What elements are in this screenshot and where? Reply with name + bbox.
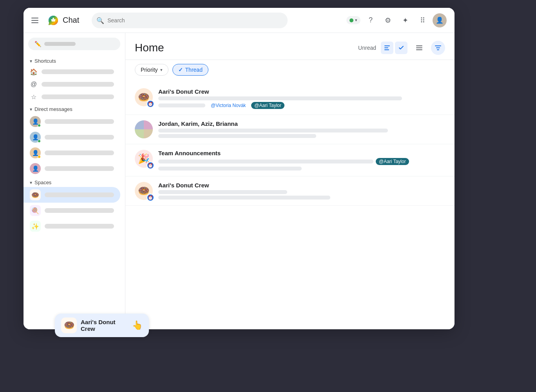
top-bar: Chat 🔍 ▾ ? ⚙ ✦ ⠿ 👤 [24,8,455,33]
compose-icon: ✏️ [34,41,41,47]
spark-button[interactable]: ✦ [398,13,412,27]
dm-label: Direct messages [34,106,72,112]
thread-reply-bar-3 [158,167,302,171]
sidebar-item-home[interactable]: 🏠 [24,65,120,78]
thread-top-mention-row-3: @Aari Taylor [158,158,445,165]
thread-reply-bar-2 [158,134,316,138]
hover-card[interactable]: 🍩 Aari's Donut Crew 👆 [55,314,149,337]
dm-status-3 [38,155,41,158]
thread-content-bar-4 [158,190,287,194]
thread-avatar-wrap-3: 🎉 ⏰ [135,150,153,168]
thread-filter-chip[interactable]: ✓ Thread [172,64,208,76]
filter-button[interactable] [431,41,445,55]
thread-name-2: Jordan, Karim, Aziz, Brianna [158,120,445,127]
menu-icon[interactable] [31,16,41,25]
svg-rect-1 [384,45,390,46]
filter-bar: Priority ▾ ✓ Thread [125,60,455,80]
table-row[interactable]: 🍩 ⏰ Aari's Donut Crew @Victoria Novák @A… [125,83,455,115]
svg-rect-2 [384,47,388,48]
search-icon: 🔍 [96,16,104,24]
dm-label-2 [45,135,114,140]
spaces-label-candy [45,208,114,213]
spaces-item-spark[interactable]: ✨ [24,218,120,234]
sidebar-item-starred[interactable]: ☆ [24,91,120,103]
thread-content-bar-3 [158,160,373,163]
search-input[interactable] [92,13,288,28]
brand: Chat [47,14,79,27]
help-button[interactable]: ? [364,13,378,27]
thread-name-3: Team Announcements [158,150,445,156]
svg-rect-3 [384,49,389,50]
status-button[interactable]: ▾ [346,16,360,24]
new-chat-button[interactable]: ✏️ [28,38,120,50]
header-actions: Unread [358,41,445,55]
sidebar-item-mentions[interactable]: @ [24,78,120,91]
hover-card-name: Aari's Donut Crew [81,319,128,332]
dm-avatar-3: 👤 [30,147,41,158]
status-dot [349,18,353,22]
dm-item-1[interactable]: 👤 [24,114,120,129]
spaces-section-header[interactable]: ▾ Spaces [24,176,125,187]
spaces-avatar-donut: 🍩 [30,189,41,200]
mention-tag-aari-1[interactable]: @Aari Taylor [251,102,284,109]
thread-badge-1: ⏰ [147,100,154,108]
cursor-hand-icon: 👆 [132,320,143,330]
at-icon: @ [30,80,38,88]
spaces-label: Spaces [34,180,51,185]
dm-avatar-4: 👤 [30,163,41,174]
svg-rect-5 [416,47,422,48]
dm-avatar-1: 👤 [30,116,41,127]
starred-label-bar [42,94,114,99]
shortcuts-section-header[interactable]: ▾ Shortcuts [24,55,125,65]
mention-tag-victoria[interactable]: @Victoria Novák [208,102,249,109]
dm-section-header[interactable]: ▾ Direct messages [24,103,125,114]
spaces-item-donut[interactable]: 🍩 [24,187,120,203]
table-row[interactable]: Jordan, Karim, Aziz, Brianna [125,115,455,144]
dm-label-4 [45,166,114,171]
content-area: ✏️ ▾ Shortcuts 🏠 @ ☆ ▾ [24,33,455,329]
thread-name-4: Aari's Donut Crew [158,182,445,189]
thread-name-1: Aari's Donut Crew [158,88,445,95]
avatar[interactable]: 👤 [433,13,447,27]
main-panel: Home Unread [125,33,455,329]
hover-card-icon: 🍩 [61,318,77,333]
thread-label: Thread [185,67,203,73]
sidebar: ✏️ ▾ Shortcuts 🏠 @ ☆ ▾ [24,33,125,329]
thread-content-bar-2 [158,129,388,132]
priority-filter-chip[interactable]: Priority ▾ [135,64,168,76]
spaces-item-candy[interactable]: 🍭 [24,203,120,218]
app-title: Chat [63,16,79,25]
dm-status-1 [38,124,41,127]
thread-content-3: Team Announcements @Aari Taylor [158,150,445,171]
list-view-button[interactable] [412,41,426,55]
mentions-label-bar [42,82,114,87]
unread-toggle[interactable] [381,42,407,54]
dm-label-3 [45,151,114,155]
apps-button[interactable]: ⠿ [415,13,429,27]
thread-avatar-wrap-2 [135,120,153,138]
star-icon: ☆ [30,93,38,101]
table-row[interactable]: 🍩 ⏰ Aari's Donut Crew [125,176,455,206]
table-row[interactable]: 🎉 ⏰ Team Announcements @Aari Taylor [125,144,455,176]
hover-card-emoji: 🍩 [64,320,74,330]
search-bar[interactable]: 🔍 [92,13,288,28]
dm-item-2[interactable]: 👤 [24,129,120,145]
settings-button[interactable]: ⚙ [381,13,395,27]
spaces-avatar-candy: 🍭 [30,205,41,216]
top-bar-actions: ▾ ? ⚙ ✦ ⠿ 👤 [346,13,447,27]
thread-avatar-wrap-1: 🍩 ⏰ [135,88,153,106]
priority-label: Priority [141,67,158,73]
thread-mention-row-2 [158,134,445,138]
svg-rect-4 [416,45,422,46]
page-title: Home [135,42,358,54]
dm-item-3[interactable]: 👤 [24,145,120,161]
user-avatar: 👤 [433,13,447,27]
new-chat-label-bar [44,42,76,46]
spaces-label-spark [45,224,114,229]
svg-rect-6 [416,49,422,50]
thread-content-bar-1 [158,96,402,100]
dm-item-4[interactable]: 👤 [24,161,120,176]
thread-badge-3: ⏰ [147,162,154,169]
mention-tag-aari-3[interactable]: @Aari Taylor [376,158,409,165]
spaces-avatar-spark: ✨ [30,221,41,232]
